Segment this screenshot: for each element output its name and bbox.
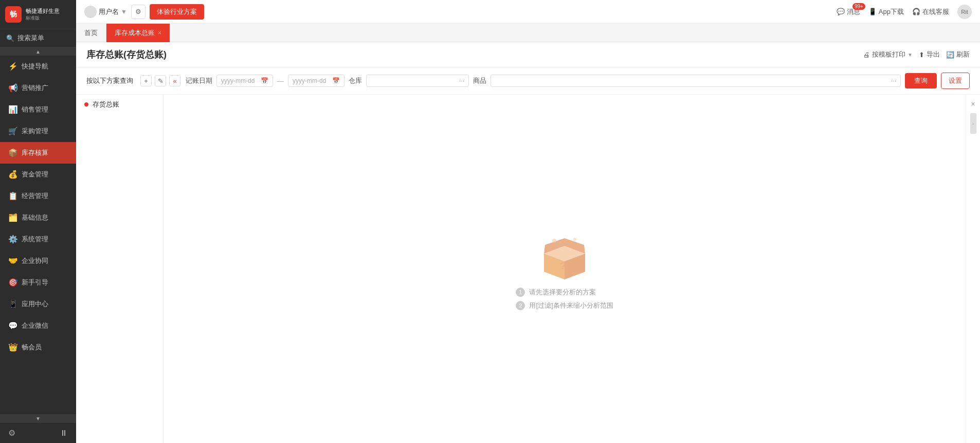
sidebar-item-app-center[interactable]: 📱 应用中心 bbox=[0, 293, 76, 315]
sidebar-item-label: 基础信息 bbox=[22, 213, 48, 222]
filter-actions: + ✎ « bbox=[140, 75, 180, 86]
topbar-right: 💬 消息 99+ 📱 App下载 🎧 在线客服 Rit bbox=[837, 5, 972, 19]
online-service-action[interactable]: 🎧 在线客服 bbox=[912, 7, 949, 16]
date-end-input[interactable]: yyyy-mm-dd 📅 bbox=[288, 75, 344, 87]
warehouse-input[interactable]: ··· bbox=[366, 75, 469, 87]
panel-dot-icon bbox=[84, 102, 88, 107]
export-icon: ⬆ bbox=[919, 51, 924, 59]
topbar-user[interactable]: 用户名 ▼ bbox=[84, 6, 127, 18]
filter-bar: 按以下方案查询 + ✎ « 记账日期 yyyy-mm-dd 📅 — yyyy-m… bbox=[76, 67, 980, 95]
sidebar-item-quick-nav[interactable]: ⚡ 快捷导航 bbox=[0, 56, 76, 77]
main-area: 用户名 ▼ ⚙ 体验行业方案 💬 消息 99+ 📱 App下载 🎧 在线客服 R bbox=[76, 0, 980, 443]
sidebar-search[interactable]: 🔍 搜索菜单 bbox=[0, 29, 76, 47]
scroll-down-btn[interactable]: ▼ bbox=[0, 414, 76, 422]
left-panel-item-label: 存货总账 bbox=[93, 100, 119, 109]
sidebar-item-purchase[interactable]: 🛒 采购管理 bbox=[0, 120, 76, 142]
left-panel-item-inventory-ledger[interactable]: 存货总账 bbox=[76, 95, 163, 114]
marketing-icon: 📢 bbox=[8, 83, 17, 93]
sidebar-item-label: 经营管理 bbox=[22, 191, 48, 201]
page-title: 库存总账(存货总账) bbox=[86, 48, 167, 61]
filter-label: 按以下方案查询 bbox=[86, 76, 133, 85]
tip-text-1: 请先选择要分析的方案 bbox=[529, 288, 596, 297]
tab-inventory-cost-label: 库存成本总账 bbox=[115, 28, 155, 38]
filter-collapse-button[interactable]: « bbox=[169, 75, 180, 86]
filter-add-button[interactable]: + bbox=[140, 75, 152, 86]
goods-more-icon[interactable]: ··· bbox=[891, 77, 896, 84]
filter-edit-button[interactable]: ✎ bbox=[155, 75, 166, 86]
print-button[interactable]: 🖨 按模板打印 ▼ bbox=[863, 50, 913, 59]
user-avatar-small bbox=[84, 6, 97, 18]
sidebar-item-basic-info[interactable]: 🗂️ 基础信息 bbox=[0, 207, 76, 228]
message-icon: 💬 bbox=[837, 8, 845, 15]
system-icon: ⚙️ bbox=[8, 235, 17, 244]
empty-illustration: ? bbox=[534, 228, 595, 279]
audio-footer-icon[interactable]: ⏸ bbox=[60, 429, 68, 438]
left-panel: 存货总账 bbox=[76, 95, 164, 443]
app-download-label: App下载 bbox=[879, 7, 904, 16]
tab-home[interactable]: 首页 bbox=[76, 24, 106, 42]
tab-close-icon[interactable]: × bbox=[158, 29, 161, 37]
scroll-up-btn[interactable]: ▲ bbox=[0, 47, 76, 56]
goods-field-label: 商品 bbox=[473, 76, 486, 85]
sidebar-item-capital[interactable]: 💰 资金管理 bbox=[0, 164, 76, 185]
sidebar-item-operations[interactable]: 📋 经营管理 bbox=[0, 185, 76, 207]
cooperation-icon: 🤝 bbox=[8, 256, 17, 265]
calendar-end-icon: 📅 bbox=[332, 77, 340, 84]
industry-solution-button[interactable]: 体验行业方案 bbox=[150, 4, 204, 20]
online-service-icon: 🎧 bbox=[912, 8, 920, 15]
sidebar-item-marketing[interactable]: 📢 营销推广 bbox=[0, 77, 76, 99]
logo-icon: 畅 bbox=[5, 6, 22, 23]
message-badge: 99+ bbox=[852, 3, 865, 10]
content-area: 存货总账 ? bbox=[76, 95, 980, 443]
app-download-action[interactable]: 📱 App下载 bbox=[868, 7, 904, 16]
tip-text-2: 用[过滤]条件来缩小分析范围 bbox=[529, 301, 613, 310]
settings-icon: ⚙ bbox=[135, 8, 141, 15]
sidebar-item-sales[interactable]: 📊 销售管理 bbox=[0, 99, 76, 120]
right-close-panel: × › bbox=[966, 95, 980, 443]
tip-item-2: 2 用[过滤]条件来缩小分析范围 bbox=[516, 301, 613, 310]
edit-icon: ✎ bbox=[158, 77, 164, 85]
topbar-settings-btn[interactable]: ⚙ bbox=[131, 5, 146, 19]
refresh-button[interactable]: 🔄 刷新 bbox=[946, 50, 970, 59]
goods-input[interactable]: ··· bbox=[491, 75, 901, 87]
topbar-left: 用户名 ▼ ⚙ 体验行业方案 bbox=[84, 4, 832, 20]
print-label: 按模板打印 bbox=[872, 50, 905, 59]
capital-icon: 💰 bbox=[8, 170, 17, 179]
sidebar-item-guide[interactable]: 🎯 新手引导 bbox=[0, 272, 76, 293]
sales-icon: 📊 bbox=[8, 105, 17, 114]
sidebar-item-label: 采购管理 bbox=[22, 127, 48, 136]
date-start-input[interactable]: yyyy-mm-dd 📅 bbox=[216, 75, 273, 87]
logo-title: 畅捷通好生意 bbox=[26, 7, 60, 15]
settings-footer-icon[interactable]: ⚙ bbox=[8, 428, 15, 438]
warehouse-more-icon[interactable]: ··· bbox=[459, 77, 464, 84]
sidebar-menu: ⚡ 快捷导航 📢 营销推广 📊 销售管理 🛒 采购管理 📦 库存核算 💰 资金管… bbox=[0, 56, 76, 414]
tip-item-1: 1 请先选择要分析的方案 bbox=[516, 288, 613, 297]
tab-home-label: 首页 bbox=[84, 28, 98, 38]
svg-text:?: ? bbox=[560, 261, 566, 271]
export-button[interactable]: ⬆ 导出 bbox=[919, 50, 940, 59]
empty-tips: 1 请先选择要分析的方案 2 用[过滤]条件来缩小分析范围 bbox=[516, 288, 613, 310]
sidebar-item-label: 销售管理 bbox=[22, 105, 48, 114]
search-icon: 🔍 bbox=[6, 34, 14, 42]
message-action[interactable]: 💬 消息 99+ bbox=[837, 7, 860, 16]
sidebar-item-member[interactable]: 👑 畅会员 bbox=[0, 336, 76, 358]
user-avatar[interactable]: Rit bbox=[957, 5, 972, 19]
sidebar-item-system[interactable]: ⚙️ 系统管理 bbox=[0, 228, 76, 250]
refresh-label: 刷新 bbox=[956, 50, 970, 59]
sidebar-item-label: 资金管理 bbox=[22, 170, 48, 179]
export-label: 导出 bbox=[927, 50, 940, 59]
tab-inventory-cost[interactable]: 库存成本总账 × bbox=[106, 24, 170, 42]
add-icon: + bbox=[144, 77, 148, 85]
panel-close-button[interactable]: × bbox=[968, 99, 978, 109]
panel-expand-button[interactable]: › bbox=[970, 113, 976, 134]
settings-button[interactable]: 设置 bbox=[941, 73, 970, 89]
date-start-placeholder: yyyy-mm-dd bbox=[221, 77, 255, 84]
sidebar-search-label: 搜索菜单 bbox=[17, 33, 44, 43]
sidebar-item-inventory[interactable]: 📦 库存核算 bbox=[0, 142, 76, 164]
sidebar-item-cooperation[interactable]: 🤝 企业协同 bbox=[0, 250, 76, 272]
sidebar-item-wechat[interactable]: 💬 企业微信 bbox=[0, 315, 76, 336]
query-button[interactable]: 查询 bbox=[905, 73, 937, 88]
member-icon: 👑 bbox=[8, 343, 17, 352]
sidebar-item-label: 营销推广 bbox=[22, 83, 48, 93]
svg-point-6 bbox=[552, 239, 556, 243]
